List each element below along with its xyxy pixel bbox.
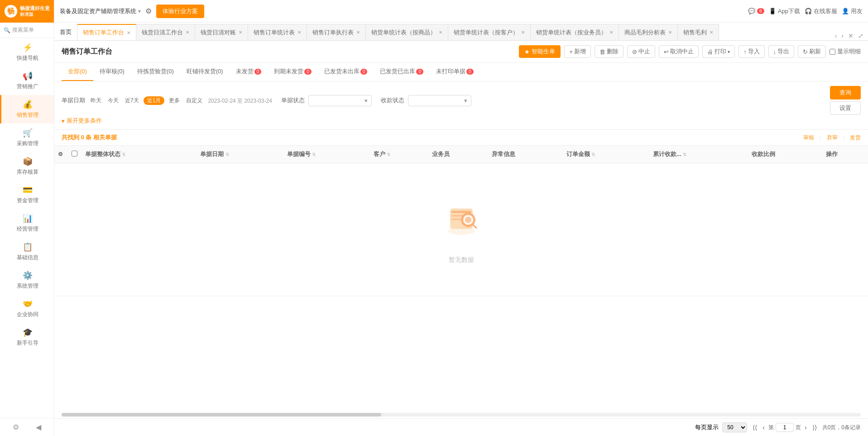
system-dropdown[interactable]: 装备及固定资产辅助管理系统 ▾	[60, 7, 141, 15]
delete-button[interactable]: 🗑 删除	[595, 45, 623, 58]
gear-icon[interactable]: ⚙	[145, 7, 152, 15]
last-page-button[interactable]: ⟩⟩	[810, 423, 819, 432]
tab-close-sales-workbench[interactable]: ✕	[127, 30, 130, 35]
export-button[interactable]: ↓ 导出	[768, 45, 795, 58]
tab-sales-stats-product[interactable]: 销货单统计表（按商品） ✕	[366, 24, 448, 40]
tab-close-profit[interactable]: ✕	[710, 30, 713, 35]
tab-close-staff[interactable]: ✕	[609, 30, 613, 35]
tab-expand-button[interactable]: ⤢	[856, 31, 865, 40]
filter-tab-not-shipped[interactable]: 未发货0	[230, 63, 268, 81]
sidebar-item-marketing[interactable]: 📢 营销推广	[0, 66, 54, 95]
tab-sales-exec[interactable]: 销售订单执行表 ✕	[307, 24, 366, 40]
online-service-item[interactable]: 🎧 在线客服	[805, 7, 837, 15]
page-size-select[interactable]: 50 10 20 100	[722, 422, 747, 432]
select-all-checkbox[interactable]	[72, 151, 77, 156]
status-select[interactable]: ▾	[308, 95, 372, 106]
yesterday-btn[interactable]: 昨天	[89, 96, 103, 105]
first-page-button[interactable]: ⟨⟨	[751, 423, 759, 432]
sort-icon-collected[interactable]: ⇅	[683, 152, 686, 157]
message-item[interactable]: 💬 6	[748, 8, 764, 14]
tab-close-cash-reconcile[interactable]: ✕	[239, 30, 242, 35]
tab-close-all-button[interactable]: ✕	[846, 31, 855, 40]
tab-cash-reconcile[interactable]: 钱货日清对账 ✕	[195, 24, 248, 40]
custom-btn[interactable]: 自定义	[184, 96, 204, 105]
tab-sales-stats[interactable]: 销售订单统计表 ✕	[248, 24, 307, 40]
tab-sales-workbench[interactable]: 销售订单工作台 ✕	[77, 24, 136, 40]
tab-close-product[interactable]: ✕	[439, 30, 442, 35]
tab-close-margin[interactable]: ✕	[668, 30, 672, 35]
sort-icon-status[interactable]: ⇅	[122, 152, 125, 157]
app-download-item[interactable]: 📱 App下载	[769, 7, 800, 15]
next-page-button[interactable]: ›	[803, 423, 809, 432]
cancel-stop-button[interactable]: ↩ 取消中止	[659, 45, 699, 58]
month-btn[interactable]: 近1月	[144, 96, 165, 105]
page-input[interactable]: 1	[776, 423, 794, 432]
filter-tab-not-printed[interactable]: 未打印单据0	[430, 63, 480, 81]
stop-button[interactable]: ⊘ 中止	[627, 45, 655, 58]
filter-tab-wangpu-ship[interactable]: 旺铺待发货(0)	[180, 63, 230, 81]
sidebar-item-finance[interactable]: 💳 资金管理	[0, 180, 54, 209]
filter-tab-pending-check[interactable]: 待拣货验货(0)	[131, 63, 180, 81]
sort-icon-customer[interactable]: ⇅	[387, 152, 390, 157]
tab-sales-profit[interactable]: 销售毛利 ✕	[678, 24, 719, 40]
smart-create-button[interactable]: ★ 智能生单	[519, 45, 561, 58]
tab-product-margin[interactable]: 商品毛利分析表 ✕	[619, 24, 678, 40]
new-button[interactable]: + 新增	[564, 45, 591, 58]
show-detail-checkbox[interactable]: 显示明细	[830, 47, 861, 56]
expand-conditions-button[interactable]: ▾ 展开更多条件	[62, 117, 861, 125]
sidebar-item-base-info[interactable]: 📋 基础信息	[0, 237, 54, 266]
tab-cash-daily[interactable]: 钱货日清工作台 ✕	[136, 24, 195, 40]
sidebar-search[interactable]: 🔍 搜索菜单	[0, 23, 54, 38]
setting-button[interactable]: 设置	[830, 101, 861, 115]
h-scroll-thumb[interactable]	[62, 413, 381, 417]
sort-icon-date[interactable]: ⇅	[225, 152, 229, 157]
tab-home[interactable]: 首页	[54, 24, 77, 40]
settings-bottom-icon[interactable]: ⚙	[13, 423, 19, 431]
week-btn[interactable]: 近7天	[123, 96, 141, 105]
filter-tab-expired-ship[interactable]: 到期未发货0	[268, 63, 318, 81]
query-button[interactable]: 查询	[830, 86, 861, 100]
print-button[interactable]: 🖨 打印 ▾	[702, 45, 735, 58]
col-settings[interactable]: ⚙	[54, 146, 68, 163]
user-item[interactable]: 👤 用友	[842, 7, 863, 15]
tab-next-button[interactable]: ›	[839, 31, 845, 40]
sidebar-item-quick-nav[interactable]: ⚡ 快捷导航	[0, 38, 54, 66]
tab-close-sales-exec[interactable]: ✕	[356, 30, 360, 35]
tab-close-cash-daily[interactable]: ✕	[186, 30, 189, 35]
tab-prev-button[interactable]: ‹	[833, 31, 839, 40]
today-btn[interactable]: 今天	[106, 96, 120, 105]
filter-tab-pending-review[interactable]: 待审核(0)	[93, 63, 131, 81]
refresh-button[interactable]: ↻ 刷新	[798, 45, 826, 58]
tab-sales-stats-staff[interactable]: 销货单统计表（按业务员） ✕	[531, 24, 619, 40]
payment-select[interactable]: ▾	[408, 95, 471, 106]
main-content: 装备及固定资产辅助管理系统 ▾ ⚙ 体验行业方案 💬 6 📱 App下载 🎧 在…	[54, 0, 868, 436]
sidebar-item-purchase[interactable]: 🛒 采购管理	[0, 123, 54, 152]
reject-action-btn[interactable]: 弃审	[827, 134, 838, 142]
filter-tab-shipped-not-out[interactable]: 已发货未出库0	[318, 63, 374, 81]
filter-tab-all[interactable]: 全部(0)	[62, 63, 93, 81]
sidebar-item-inventory[interactable]: 📦 库存核算	[0, 152, 54, 180]
horizontal-scroll[interactable]	[54, 411, 868, 418]
trial-button[interactable]: 体验行业方案	[156, 5, 204, 18]
filter-tab-shipped-out[interactable]: 已发货已出库0	[374, 63, 430, 81]
tab-close-customer[interactable]: ✕	[521, 30, 525, 35]
collapse-icon[interactable]: ◀	[36, 423, 41, 431]
sidebar-item-guide[interactable]: 🎓 新手引导	[0, 323, 54, 351]
more-btn[interactable]: 更多	[167, 96, 182, 105]
tab-close-sales-stats[interactable]: ✕	[297, 30, 301, 35]
ship-action-btn[interactable]: 发货	[850, 134, 861, 142]
sort-icon-amount[interactable]: ⇅	[591, 152, 595, 157]
sidebar-item-system[interactable]: ⚙️ 系统管理	[0, 266, 54, 294]
tab-sales-stats-customer[interactable]: 销货单统计表（按客户） ✕	[448, 24, 531, 40]
sidebar-item-cooperation[interactable]: 🤝 企业协同	[0, 294, 54, 323]
filter-tabs: 全部(0) 待审核(0) 待拣货验货(0) 旺铺待发货(0) 未发货0 到期未发…	[54, 63, 868, 81]
col-checkbox[interactable]	[68, 146, 82, 163]
prev-page-button[interactable]: ‹	[761, 423, 767, 432]
sidebar-item-operations[interactable]: 📊 经营管理	[0, 209, 54, 237]
show-detail-input[interactable]	[830, 49, 835, 55]
sidebar-item-sales[interactable]: 💰 销售管理	[0, 95, 54, 123]
search-bar: 单据日期 昨天 今天 近7天 近1月 更多 自定义 2023-02-24 至 2…	[54, 81, 868, 130]
import-button[interactable]: ↑ 导入	[739, 45, 765, 58]
review-action-btn[interactable]: 审核	[803, 134, 814, 142]
sort-icon-number[interactable]: ⇅	[312, 152, 316, 157]
